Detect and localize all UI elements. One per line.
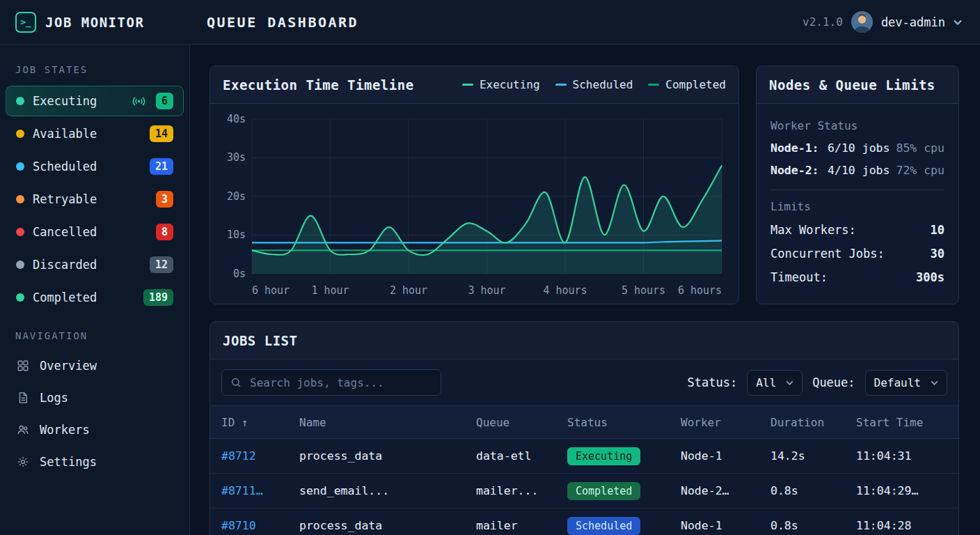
job-status-cell: Scheduled	[567, 517, 681, 535]
jobs-controls: Status:AllQueue:Default	[210, 359, 958, 405]
state-count-badge: 14	[150, 125, 173, 142]
svg-text:4 hours: 4 hours	[543, 284, 587, 297]
filter-select-queue[interactable]: Default	[865, 370, 947, 396]
job-start-time: 11:04:29…	[856, 484, 958, 497]
table-row[interactable]: #8710process_datamailerScheduledNode-10.…	[210, 509, 958, 535]
filter-label-status: Status:	[688, 375, 738, 389]
chevron-down-icon[interactable]	[954, 20, 962, 25]
search-box[interactable]	[221, 369, 441, 396]
sidebar-state-cancelled[interactable]: Cancelled8	[6, 217, 184, 247]
sidebar-state-discarded[interactable]: Discarded12	[6, 249, 184, 280]
job-duration: 0.8s	[770, 519, 856, 532]
legend-label: Scheduled	[573, 78, 633, 91]
nodes-card-header: Nodes & Queue Limits	[757, 66, 958, 104]
filter-value: Default	[874, 376, 921, 389]
legend-item-completed[interactable]: Completed	[648, 78, 726, 91]
job-queue: mailer...	[476, 484, 567, 497]
navigation-list: OverviewLogsWorkersSettings	[0, 350, 189, 478]
legend-swatch	[648, 84, 659, 86]
search-input[interactable]	[248, 375, 432, 390]
job-start-time: 11:04:28	[856, 519, 958, 532]
column-header-status[interactable]: Status	[567, 416, 681, 429]
table-header-row: ID ↑NameQueueStatusWorkerDurationStart T…	[210, 405, 958, 439]
limit-value: 10	[931, 223, 945, 237]
limits-list: Max Workers:10Concurrent Jobs:30Timeout:…	[770, 223, 945, 284]
limit-value: 30	[931, 247, 945, 261]
sidebar-state-available[interactable]: Available14	[6, 118, 184, 149]
chart-legend: ExecutingScheduledCompleted	[462, 78, 726, 91]
top-cards: Execution Time Timeline ExecutingSchedul…	[210, 65, 959, 304]
avatar[interactable]	[851, 11, 873, 33]
grid-icon	[17, 359, 29, 372]
svg-text:3 hour: 3 hour	[468, 284, 505, 297]
sidebar-item-settings[interactable]: Settings	[0, 446, 189, 478]
state-dot	[16, 293, 24, 302]
job-status-cell: Executing	[567, 447, 681, 465]
sidebar: JOB STATES Executing6Available14Schedule…	[0, 45, 190, 535]
worker-status-row: Node-1:6/10 jobs85% cpu	[770, 141, 945, 155]
state-dot	[16, 228, 24, 236]
job-id-link[interactable]: #8710	[221, 519, 299, 532]
svg-text:40s: 40s	[227, 113, 246, 125]
page-title: QUEUE DASHBOARD	[207, 14, 358, 31]
column-header-start-time[interactable]: Start Time	[856, 416, 958, 429]
sidebar-state-retryable[interactable]: Retryable3	[6, 184, 184, 215]
sidebar-item-workers[interactable]: Workers	[0, 414, 189, 446]
sidebar-state-completed[interactable]: Completed189	[6, 282, 184, 313]
legend-item-executing[interactable]: Executing	[462, 78, 540, 91]
job-queue: data-etl	[476, 449, 567, 463]
limits-heading: Limits	[770, 200, 945, 213]
node-cpu: 85% cpu	[896, 141, 945, 155]
sidebar-item-logs[interactable]: Logs	[0, 382, 189, 414]
legend-swatch	[555, 84, 567, 86]
frame: JOB STATES Executing6Available14Schedule…	[0, 45, 980, 535]
column-header-duration[interactable]: Duration	[770, 416, 856, 429]
app-title: JOB MONITOR	[45, 15, 144, 30]
state-label: Retryable	[33, 192, 148, 206]
column-header-id[interactable]: ID ↑	[221, 416, 299, 429]
timeline-card: Execution Time Timeline ExecutingSchedul…	[210, 65, 739, 304]
legend-item-scheduled[interactable]: Scheduled	[555, 78, 633, 91]
svg-text:2 hour: 2 hour	[390, 284, 427, 297]
job-states-heading: JOB STATES	[0, 49, 189, 84]
table-row[interactable]: #8712process_datadata-etlExecutingNode-1…	[210, 439, 958, 474]
limit-label: Concurrent Jobs:	[770, 247, 885, 261]
timeline-chart: 0s10s20s30s40s6 hour1 hour2 hour3 hour4 …	[217, 112, 732, 300]
sidebar-state-executing[interactable]: Executing6	[6, 86, 184, 116]
filter-select-status[interactable]: All	[747, 370, 803, 396]
svg-text:5 hours: 5 hours	[622, 284, 665, 297]
svg-text:10s: 10s	[227, 228, 246, 241]
legend-label: Executing	[480, 78, 540, 91]
limit-row: Timeout:300s	[770, 270, 945, 284]
worker-status-row: Node-2:4/10 jobs72% cpu	[770, 164, 945, 177]
state-count-badge: 12	[150, 256, 173, 273]
nav-item-label: Overview	[40, 359, 97, 373]
jobs-card: JOBS LIST Status:AllQueue:Default ID ↑Na…	[210, 321, 959, 535]
column-header-queue[interactable]: Queue	[476, 416, 567, 429]
column-header-name[interactable]: Name	[299, 416, 476, 429]
job-status-cell: Completed	[567, 482, 681, 500]
worker-status-list: Node-1:6/10 jobs85% cpuNode-2:4/10 jobs7…	[770, 141, 945, 177]
sidebar-state-scheduled[interactable]: Scheduled21	[6, 151, 184, 182]
user-name[interactable]: dev-admin	[881, 15, 945, 29]
svg-text:0s: 0s	[233, 268, 246, 280]
table-row[interactable]: #8711…send_email...mailer...CompletedNod…	[210, 474, 958, 509]
nodes-card-body: Worker Status Node-1:6/10 jobs85% cpuNod…	[757, 104, 958, 304]
limit-row: Max Workers:10	[770, 223, 945, 237]
sidebar-item-overview[interactable]: Overview	[0, 350, 189, 382]
main-content: Execution Time Timeline ExecutingSchedul…	[190, 45, 980, 535]
terminal-logo-icon: >_	[15, 12, 36, 33]
job-duration: 14.2s	[770, 449, 856, 463]
job-worker: Node-1	[681, 449, 770, 463]
job-id-link[interactable]: #8712	[221, 449, 299, 463]
column-header-worker[interactable]: Worker	[681, 416, 770, 429]
limit-value: 300s	[916, 270, 945, 284]
state-label: Scheduled	[33, 160, 141, 173]
job-id-link[interactable]: #8711…	[221, 484, 299, 497]
search-icon	[230, 377, 242, 388]
jobs-title: JOBS LIST	[223, 333, 297, 348]
divider	[770, 189, 945, 190]
status-badge: Completed	[567, 482, 640, 500]
node-jobs: 6/10 jobs	[828, 141, 890, 155]
status-badge: Executing	[567, 447, 640, 465]
